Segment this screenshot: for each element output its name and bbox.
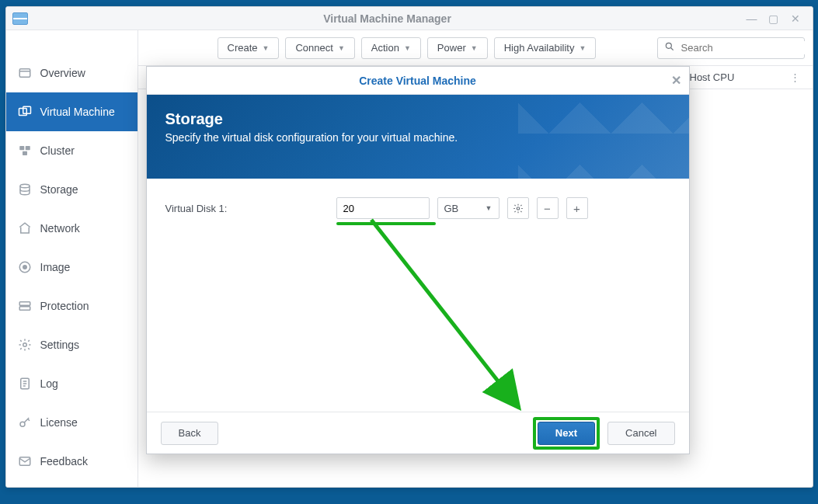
sidebar-item-label: Settings xyxy=(40,339,80,351)
cancel-button[interactable]: Cancel xyxy=(607,422,674,445)
dialog-titlebar: Create Virtual Machine ✕ xyxy=(147,67,689,95)
svg-point-11 xyxy=(23,343,26,347)
column-menu-icon[interactable]: ⋮ xyxy=(785,71,805,83)
ha-label: High Availability xyxy=(504,42,575,54)
log-icon xyxy=(17,376,33,391)
mail-icon xyxy=(17,454,33,469)
sidebar-item-virtual-machine[interactable]: Virtual Machine xyxy=(6,92,137,131)
gear-icon xyxy=(513,203,524,214)
sidebar-item-label: License xyxy=(40,416,78,429)
minus-icon: − xyxy=(544,202,551,215)
sidebar-item-label: Image xyxy=(40,261,71,273)
sidebar-item-network[interactable]: Network xyxy=(6,209,137,248)
svg-rect-5 xyxy=(23,151,27,155)
plus-icon: + xyxy=(573,202,580,215)
svg-point-8 xyxy=(23,266,26,269)
svg-rect-0 xyxy=(19,69,30,78)
sidebar-item-label: Feedback xyxy=(40,455,88,468)
app-icon xyxy=(12,12,28,25)
search-input[interactable] xyxy=(680,41,813,54)
create-label: Create xyxy=(228,42,258,54)
connect-label: Connect xyxy=(295,42,332,54)
annotation-highlight-box: Next xyxy=(533,417,600,450)
storage-icon xyxy=(17,182,33,197)
close-button[interactable]: ✕ xyxy=(785,12,806,25)
dialog-step-title: Storage xyxy=(165,110,670,128)
back-button[interactable]: Back xyxy=(161,422,219,445)
sidebar-item-label: Overview xyxy=(40,67,85,79)
dialog-footer: Back Next Cancel xyxy=(147,412,689,454)
gear-icon xyxy=(17,337,33,353)
toolbar: Create▼ Connect▼ Action▼ Power▼ High Ava… xyxy=(138,30,813,66)
image-icon xyxy=(17,259,33,275)
sidebar-item-label: Protection xyxy=(40,300,89,312)
next-button[interactable]: Next xyxy=(538,422,595,445)
caret-down-icon: ▼ xyxy=(263,44,270,52)
virtual-disk-size-input[interactable] xyxy=(336,197,430,219)
overview-icon xyxy=(17,65,33,81)
sidebar-item-overview[interactable]: Overview xyxy=(6,54,137,92)
power-label: Power xyxy=(437,42,466,54)
svg-rect-10 xyxy=(19,307,30,311)
col-host-cpu[interactable]: Host CPU xyxy=(690,71,785,83)
create-button[interactable]: Create▼ xyxy=(218,37,280,59)
sidebar-item-label: Cluster xyxy=(40,144,75,157)
sidebar-item-license[interactable]: License xyxy=(6,403,137,442)
search-box[interactable] xyxy=(657,37,805,59)
maximize-button[interactable]: ▢ xyxy=(763,12,785,25)
minimize-button[interactable]: — xyxy=(741,12,763,25)
vm-icon xyxy=(17,104,33,120)
annotation-underline xyxy=(336,222,436,225)
sidebar-item-settings[interactable]: Settings xyxy=(6,325,137,364)
disk-add-button[interactable]: + xyxy=(566,197,588,219)
dialog-title: Create Virtual Machine xyxy=(359,75,476,87)
sidebar-item-protection[interactable]: Protection xyxy=(6,287,137,325)
svg-point-16 xyxy=(517,207,520,210)
select-value: GB xyxy=(444,203,459,214)
sidebar-item-cluster[interactable]: Cluster xyxy=(6,131,137,170)
connect-button[interactable]: Connect▼ xyxy=(285,37,354,59)
sidebar-item-label: Network xyxy=(40,222,80,235)
app-window: Virtual Machine Manager — ▢ ✕ Overview V… xyxy=(5,6,813,488)
svg-point-15 xyxy=(666,43,671,48)
virtual-disk-unit-select[interactable]: GB ▼ xyxy=(437,197,500,219)
dialog-step-subtitle: Specify the virtual disk configuration f… xyxy=(165,131,670,144)
key-icon xyxy=(17,415,33,430)
sidebar-item-storage[interactable]: Storage xyxy=(6,170,137,209)
sidebar-item-label: Storage xyxy=(40,183,78,196)
titlebar: Virtual Machine Manager — ▢ ✕ xyxy=(6,7,813,30)
power-button[interactable]: Power▼ xyxy=(427,37,488,59)
disk-remove-button[interactable]: − xyxy=(537,197,559,219)
cluster-icon xyxy=(17,143,33,158)
search-icon xyxy=(664,41,675,55)
action-button[interactable]: Action▼ xyxy=(361,37,421,59)
caret-down-icon: ▼ xyxy=(404,44,411,52)
svg-point-6 xyxy=(20,184,30,188)
dialog-body: Virtual Disk 1: GB ▼ − + xyxy=(147,179,689,412)
create-vm-dialog: Create Virtual Machine ✕ Storage Specify… xyxy=(146,66,690,454)
caret-down-icon: ▼ xyxy=(486,204,493,212)
virtual-disk-label: Virtual Disk 1: xyxy=(165,203,329,214)
dialog-hero: Storage Specify the virtual disk configu… xyxy=(147,95,689,179)
network-icon xyxy=(17,221,33,236)
dialog-close-icon[interactable]: ✕ xyxy=(671,73,681,88)
svg-point-13 xyxy=(20,422,25,426)
protection-icon xyxy=(17,298,33,314)
svg-rect-4 xyxy=(25,146,30,150)
caret-down-icon: ▼ xyxy=(579,44,586,52)
disk-settings-button[interactable] xyxy=(507,197,529,219)
action-label: Action xyxy=(371,42,399,54)
sidebar-item-label: Log xyxy=(40,377,58,390)
caret-down-icon: ▼ xyxy=(471,44,478,52)
sidebar-item-feedback[interactable]: Feedback xyxy=(6,442,137,481)
window-title: Virtual Machine Manager xyxy=(34,12,741,25)
sidebar-item-label: Virtual Machine xyxy=(40,106,115,118)
sidebar-item-image[interactable]: Image xyxy=(6,248,137,287)
caret-down-icon: ▼ xyxy=(338,44,345,52)
svg-rect-9 xyxy=(19,302,30,306)
sidebar-item-log[interactable]: Log xyxy=(6,364,137,403)
sidebar: Overview Virtual Machine Cluster Storage… xyxy=(6,30,138,487)
virtual-disk-row: Virtual Disk 1: GB ▼ − + xyxy=(165,197,670,219)
svg-rect-3 xyxy=(19,146,24,150)
ha-button[interactable]: High Availability▼ xyxy=(494,37,597,59)
